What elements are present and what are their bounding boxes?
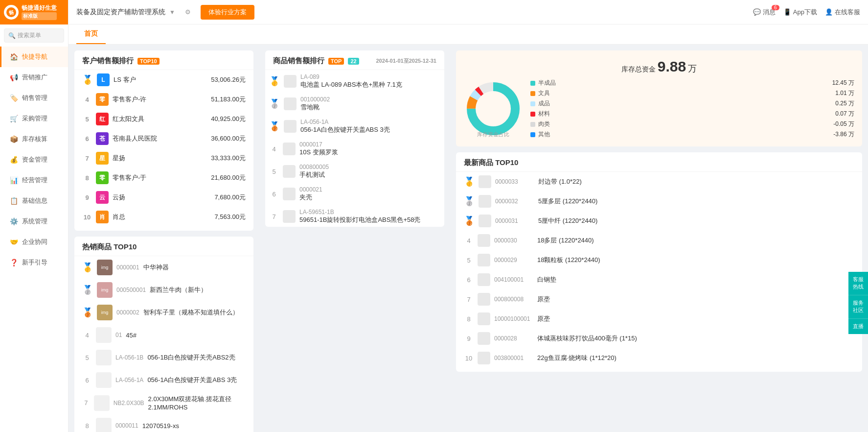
rank-item[interactable]: 5 红 红太阳文具 40,925.00元	[78, 109, 250, 129]
hot-item[interactable]: 8 0000011 12070519-xs	[78, 414, 250, 432]
app-download-button[interactable]: 📱 App下载	[783, 8, 817, 17]
svg-text:畅: 畅	[9, 10, 14, 15]
rank-num: 5	[82, 354, 92, 361]
medal-icon: 🥈	[82, 285, 93, 295]
rank-item[interactable]: 4 0000017 10S 变频罗浆	[265, 138, 444, 160]
product-name: 10S 变频罗浆	[299, 148, 440, 157]
rank-item[interactable]: 9 云 云扬 7,680.00元	[78, 188, 250, 207]
chevron-down-icon: ▼	[169, 9, 175, 16]
service-icon: 👤	[825, 8, 833, 16]
logo-icon: 畅	[4, 5, 19, 20]
system-icon: ⚙️	[9, 217, 18, 226]
legend-dot	[530, 91, 535, 96]
product-name: 新西兰牛肉（新牛）	[150, 286, 207, 294]
new-prod-item[interactable]: 10 003800001 22g鱼豆腐·烧烤味 (1*12*20)	[460, 348, 858, 368]
inventory-unit: 万	[688, 64, 697, 73]
rank-item[interactable]: 🥇 L LS 客户 53,006.26元	[78, 70, 250, 90]
rank-item[interactable]: 5 000800005 手机测试	[265, 160, 444, 183]
sidebar-item-system[interactable]: ⚙️ 系统管理	[0, 211, 68, 232]
avatar: 云	[96, 191, 109, 204]
new-prod-item[interactable]: 5 0000029 18颗粒板 (1220*2440)	[460, 250, 858, 270]
new-products-panel: 最新商品 TOP10 🥇 0000033 封边带 (1.0*22) 🥈 0000…	[456, 152, 862, 372]
new-prod-item[interactable]: 9 0000028 体城蒸枝味苏打饮品400毫升 (1*15)	[460, 329, 858, 348]
customer-value: 51,183.00元	[211, 95, 246, 104]
inventory-icon: 📦	[9, 135, 18, 144]
rank-num: 6	[82, 135, 92, 143]
product-name: 18颗粒板 (1220*2440)	[537, 256, 854, 264]
product-image: img	[97, 282, 113, 298]
hot-item[interactable]: 5 LA-056-1B 056-1B白色按键开关壳ABS2壳	[78, 346, 250, 369]
experience-button[interactable]: 体验行业方案	[201, 5, 254, 20]
hot-item[interactable]: 7 NB2.0X30B 2.0X30MM双搓花轴.搓花直径2.1MM/ROHS	[78, 391, 250, 414]
medal-icon: 🥇	[269, 76, 280, 87]
product-code: 0000033	[495, 178, 534, 185]
sidebar-item-inventory[interactable]: 📦 库存核算	[0, 129, 68, 149]
rank-item[interactable]: 7 LA-59651-1B 59651-1B旋转投影灯电池盒ABS黑色+58壳	[265, 205, 444, 227]
sidebar-search-area: 🔍 搜索菜单	[0, 24, 68, 47]
new-products-label: 最新商品 TOP10	[464, 158, 518, 168]
message-button[interactable]: 💬 消息 6	[753, 8, 776, 17]
rank-item[interactable]: 🥇 LA-089 电池盖 LA-089 ABS本色+黑种 7.1克	[265, 70, 444, 93]
rank-item[interactable]: 6 苍 苍南县人民医院 36,600.00元	[78, 129, 250, 148]
sidebar-item-finance[interactable]: 💰 资金管理	[0, 149, 68, 170]
product-code: LA-056-1B	[115, 354, 143, 361]
product-code: 0000017	[299, 141, 440, 148]
sidebar-item-guide[interactable]: ❓ 新手引导	[0, 252, 68, 273]
new-prod-item[interactable]: 8 10000100001 原垄	[460, 309, 858, 329]
avatar: 肖	[96, 211, 109, 223]
sidebar-nav: 🏠 快捷导航 📢 营销推广 🏷️ 销售管理 🛒 采购管理 📦 库存核算 💰 资金…	[0, 47, 68, 432]
sidebar-item-sales[interactable]: 🏷️ 销售管理	[0, 88, 68, 108]
hot-item[interactable]: 4 01 45#	[78, 324, 250, 346]
avatar: 苍	[96, 132, 109, 145]
rank-item[interactable]: 4 零 零售客户-许 51,183.00元	[78, 90, 250, 109]
product-code: 000800008	[494, 296, 533, 303]
sidebar-item-shortcut[interactable]: 🏠 快捷导航	[0, 47, 68, 67]
new-prod-item[interactable]: 4 0000030 18多层 (1220*2440)	[460, 231, 858, 250]
product-ranking-label: 商品销售额排行	[273, 56, 324, 66]
search-menu-button[interactable]: 🔍 搜索菜单	[4, 28, 64, 43]
hot-item[interactable]: 🥈 img 000500001 新西兰牛肉（新牛）	[78, 279, 250, 301]
rank-item[interactable]: 8 零 零售客户-于 21,680.00元	[78, 168, 250, 188]
customer-service-button[interactable]: 客服热线	[848, 272, 868, 295]
hot-products-panel: 热销商品 TOP10 🥇 img 0000001 中华神器 🥈	[74, 237, 253, 432]
hot-item[interactable]: 🥇 img 0000001 中华神器	[78, 256, 250, 279]
sidebar-item-marketing[interactable]: 📢 营销推广	[0, 67, 68, 88]
live-button[interactable]: 直播	[848, 319, 868, 334]
product-image	[479, 215, 491, 227]
settings-button[interactable]: ⚙	[181, 5, 195, 19]
sidebar-item-purchase[interactable]: 🛒 采购管理	[0, 108, 68, 129]
new-prod-item[interactable]: 6 004100001 白钢垫	[460, 270, 858, 289]
rank-item[interactable]: 6 0000021 夹壳	[265, 183, 444, 205]
new-prod-item[interactable]: 🥉 0000031 5厘中纤 (1220*2440)	[460, 211, 858, 231]
col-left: 客户销售额排行 TOP10 🥇 L LS 客户 53,006.26元 4 零 零…	[69, 45, 259, 432]
rank-num: 10	[464, 355, 474, 362]
rank-item[interactable]: 10 肖 肖总 7,563.00元	[78, 207, 250, 227]
product-image	[96, 372, 112, 388]
sidebar-item-basics[interactable]: 📋 基础信息	[0, 191, 68, 211]
new-prod-item[interactable]: 7 000800008 原垄	[460, 289, 858, 309]
online-service-button[interactable]: 👤 在线客服	[825, 8, 860, 17]
sidebar-item-label: 库存核算	[22, 135, 47, 144]
tab-home[interactable]: 首页	[76, 24, 106, 44]
sidebar-item-operations[interactable]: 📊 经营管理	[0, 170, 68, 191]
app-logo: 畅 畅捷通好生意 标准版	[0, 0, 68, 24]
rank-num: 5	[464, 257, 474, 264]
new-prod-item[interactable]: 🥇 0000033 封边带 (1.0*22)	[460, 172, 858, 192]
legend-item: 肉类 -0.05 万	[530, 120, 854, 128]
product-image	[284, 120, 297, 133]
hot-item[interactable]: 🥉 img 0000002 智利车子里（规格不知道填什么）	[78, 301, 250, 324]
rank-item[interactable]: 7 星 星扬 33,333.00元	[78, 148, 250, 168]
rank-item[interactable]: 🥉 LA-056-1A 056-1A白色按键开关盖ABS 3壳	[265, 115, 444, 138]
medal-icon: 🥇	[464, 176, 475, 187]
service-community-button[interactable]: 服务社区	[848, 295, 868, 319]
hot-item[interactable]: 6 LA-056-1A 056-1A白色按键开关盖ABS 3壳	[78, 369, 250, 391]
product-ranking-title: 商品销售额排行 TOP 22 2024-01-01至2025-12-31	[265, 50, 444, 70]
product-name: 电池盖 LA-089 ABS本色+黑种 7.1克	[300, 80, 440, 89]
product-code: 0000021	[299, 186, 440, 193]
sidebar-item-collab[interactable]: 🤝 企业协同	[0, 232, 68, 252]
message-icon: 💬	[753, 8, 761, 16]
product-image	[283, 188, 296, 200]
system-selector[interactable]: 装备及固定资产辅助管理系统 ▼	[76, 8, 175, 17]
new-prod-item[interactable]: 🥈 0000032 5厘多层 (1220*2440)	[460, 192, 858, 211]
rank-item[interactable]: 🥈 001000002 雪地靴	[265, 93, 444, 115]
